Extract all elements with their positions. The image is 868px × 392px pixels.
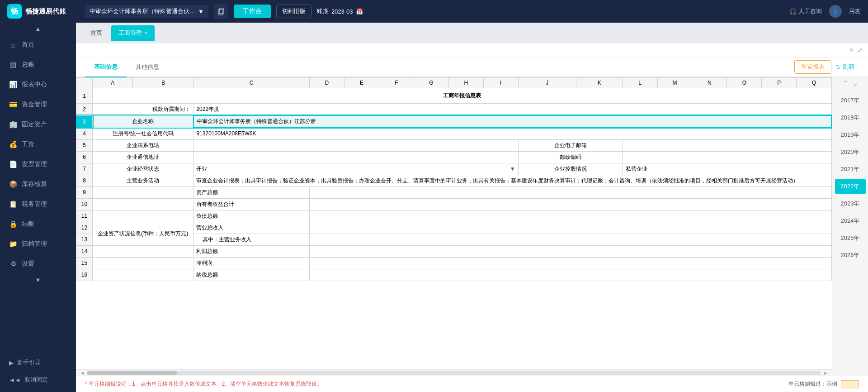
cell-15-ab[interactable]	[93, 257, 193, 269]
cell-6-ci[interactable]	[193, 151, 518, 163]
cell-15-dq[interactable]	[309, 257, 831, 269]
workbench-button[interactable]: 工作台	[234, 5, 271, 18]
cell-5-ci[interactable]	[193, 139, 518, 151]
cell-9-dq[interactable]	[309, 186, 831, 198]
sidebar-item-unpin[interactable]: ◄◄ 取消固定	[0, 371, 76, 388]
cell-7-lq[interactable]: 私营企业	[623, 163, 831, 175]
cell-6-lq[interactable]	[623, 151, 831, 163]
cell-8-ab[interactable]: 主营业务活动	[93, 175, 193, 186]
sidebar-item-archive[interactable]: 📁 归档管理	[0, 234, 76, 254]
sidebar-scroll-up[interactable]: ▲	[0, 23, 76, 35]
sidebar-item-capital[interactable]: 💳 资金管理	[0, 95, 76, 115]
tabs-bar: 首页 工商管理 ×	[76, 23, 868, 43]
year-item-2024[interactable]: 2024年	[835, 213, 866, 229]
year-item-2023[interactable]: 2023年	[835, 196, 866, 211]
cell-11-ab[interactable]	[93, 210, 193, 222]
cell-12-ab[interactable]: 企业资产状况信息(币种：人民币万元)	[93, 222, 193, 245]
subtabs-right: 重置报表 ↻ 刷新	[794, 60, 859, 74]
copy-button[interactable]	[214, 4, 228, 19]
sidebar-item-report[interactable]: 📊 报表中心	[0, 75, 76, 95]
cell-14-c[interactable]: 利润总额	[193, 245, 310, 257]
cell-4-ab[interactable]: 注册号/统一社会信用代码	[93, 128, 193, 139]
cell-6-ab[interactable]: 企业通信地址	[93, 151, 193, 163]
cell-12-c[interactable]: 营业总收入	[193, 222, 310, 234]
consult-link[interactable]: 🎧 人工咨询	[789, 7, 822, 15]
tab-home[interactable]: 首页	[83, 25, 109, 41]
close-content-icon[interactable]: ×	[849, 46, 854, 54]
sidebar-item-ledger[interactable]: ▤ 总账	[0, 55, 76, 75]
statusbar-hint: * 单元格编辑说明：1、点击单元格直接录入数值或文本。2、清空单元格数值或文本恢…	[85, 380, 322, 388]
cell-10-dq[interactable]	[309, 198, 831, 210]
year-item-2020[interactable]: 2020年	[835, 144, 866, 160]
sidebar-item-tax[interactable]: 📋 税务管理	[0, 194, 76, 214]
cell-2-ab[interactable]: 税款所属期间：	[93, 104, 193, 116]
spreadsheet-container[interactable]: A B C D E F G H I J	[76, 77, 832, 369]
cell-5-jk[interactable]: 企业电子邮箱	[518, 139, 623, 151]
cell-3-ab[interactable]: 企业名称	[93, 115, 193, 128]
row-num-12: 12	[76, 222, 93, 234]
cell-7-jk[interactable]: 企业控股情况	[518, 163, 623, 175]
tab-business[interactable]: 工商管理 ×	[111, 25, 155, 41]
table-row: 12 企业资产状况信息(币种：人民币万元) 营业总收入	[76, 222, 832, 234]
year-item-2025[interactable]: 2025年	[835, 230, 866, 246]
cell-6-jk[interactable]: 邮政编码	[518, 151, 623, 163]
maximize-content-icon[interactable]: ⤢	[857, 47, 863, 54]
cell-13-c[interactable]: 其中：主营业务收入	[193, 234, 310, 245]
cell-3-cq[interactable]: 中审众环会计师事务所（特殊普通合伙）江苏分所	[193, 115, 831, 128]
tax-icon: 📋	[9, 200, 17, 208]
refresh-button[interactable]: ↻ 刷新	[836, 63, 854, 71]
cell-12-dq[interactable]	[309, 222, 831, 234]
year-item-2022[interactable]: 2022年	[835, 179, 866, 194]
scroll-right-arrow[interactable]: ►	[821, 370, 830, 376]
cell-7-ab[interactable]: 企业经营状态	[93, 163, 193, 175]
sidebar-scroll-down[interactable]: ▼	[0, 274, 76, 286]
cell-14-ab[interactable]	[93, 245, 193, 257]
cell-10-ab[interactable]	[93, 198, 193, 210]
calendar-icon[interactable]: 📅	[356, 8, 363, 15]
cell-16-c[interactable]: 纳税总额	[193, 269, 310, 281]
tab-close-icon[interactable]: ×	[145, 30, 147, 36]
cell-15-c[interactable]: 净利润	[193, 257, 310, 269]
sidebar-item-closing[interactable]: 🔒 结账	[0, 214, 76, 234]
year-item-2018[interactable]: 2018年	[835, 110, 866, 125]
cell-9-ab[interactable]	[93, 186, 193, 198]
company-selector[interactable]: 中审众环会计师事务所（特殊普通合伙… ▼	[85, 5, 208, 18]
year-item-2026[interactable]: 2026年	[835, 248, 866, 263]
year-item-2019[interactable]: 2019年	[835, 127, 866, 143]
subtab-basic[interactable]: 基础信息	[85, 57, 127, 77]
cell-11-dq[interactable]	[309, 210, 831, 222]
cell-13-dq[interactable]	[309, 234, 831, 245]
scroll-left-arrow[interactable]: ◄	[78, 370, 87, 376]
sidebar-item-salary[interactable]: 💰 工资	[0, 134, 76, 154]
sidebar-item-inventory[interactable]: 📦 库存核算	[0, 174, 76, 194]
sidebar-item-new-guide[interactable]: ▶ 新手引导	[0, 354, 76, 371]
cell-5-lq[interactable]	[623, 139, 831, 151]
sidebar-item-invoice[interactable]: 📄 发票管理	[0, 154, 76, 174]
year-panel-up-icon[interactable]: ⌃	[843, 79, 849, 88]
scrollbar-thumb[interactable]	[87, 371, 177, 375]
sidebar-item-home[interactable]: ⌂ 首页	[0, 35, 76, 55]
cell-14-dq[interactable]	[309, 245, 831, 257]
cell-9-c[interactable]: 资产总额	[193, 186, 310, 198]
company-name: 中审众环会计师事务所（特殊普通合伙…	[90, 7, 195, 15]
year-panel-down-icon[interactable]: ⌄	[852, 79, 858, 88]
cell-7-ci[interactable]: 开业 ▼	[193, 163, 518, 175]
old-version-button[interactable]: 切到旧版	[276, 5, 311, 18]
sidebar-item-settings[interactable]: ⚙ 设置	[0, 254, 76, 274]
horizontal-scrollbar[interactable]: ◄ ►	[76, 369, 832, 376]
year-item-2017[interactable]: 2017年	[835, 93, 866, 108]
table-row: 14 利润总额	[76, 245, 832, 257]
cell-2-cq[interactable]: 2022年度	[193, 104, 831, 116]
cell-4-cq[interactable]: 91320100MA208E5W6K	[193, 128, 831, 139]
sidebar-item-assets[interactable]: 🏢 固定资产	[0, 115, 76, 134]
cell-5-ab[interactable]: 企业联系电话	[93, 139, 193, 151]
cell-10-c[interactable]: 所有者权益合计	[193, 198, 310, 210]
reset-report-button[interactable]: 重置报表	[794, 60, 831, 74]
cell-16-ab[interactable]	[93, 269, 193, 281]
cell-16-dq[interactable]	[309, 269, 831, 281]
sheet-title-cell[interactable]: 工商年报信息表	[93, 88, 832, 104]
cell-11-c[interactable]: 负债总额	[193, 210, 310, 222]
subtab-other[interactable]: 其他信息	[127, 57, 168, 77]
cell-8-cq[interactable]: 审查企业会计报表；出具审计报告；验证企业资本；出具验资报告；办理企业合开、分立、…	[193, 175, 831, 186]
year-item-2021[interactable]: 2021年	[835, 162, 866, 177]
